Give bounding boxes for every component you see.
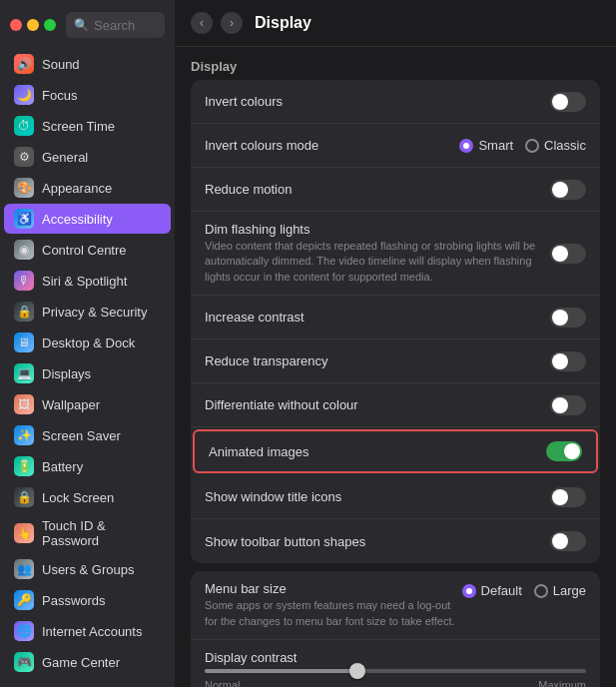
wallpaper-icon: 🖼 <box>14 394 34 414</box>
sidebar-item-privacy[interactable]: 🔒Privacy & Security <box>4 297 171 327</box>
menu-bar-size-label: Menu bar size <box>205 581 462 596</box>
privacy-icon: 🔒 <box>14 302 34 322</box>
lock-screen-icon: 🔒 <box>14 487 34 507</box>
sidebar-label-siri: Siri & Spotlight <box>42 274 127 289</box>
differentiate-toggle[interactable] <box>550 395 586 415</box>
dim-flashing-label: Dim flashing lights <box>205 222 550 237</box>
sound-icon: 🔊 <box>14 54 34 74</box>
minimize-button[interactable] <box>27 19 39 31</box>
sidebar-label-general: General <box>42 150 88 165</box>
dim-flashing-toggle[interactable] <box>550 244 586 264</box>
menu-bar-default[interactable]: Default <box>462 583 522 598</box>
search-box[interactable]: 🔍 <box>66 12 165 38</box>
back-button[interactable]: ‹ <box>191 12 213 34</box>
internet-icon: 🌐 <box>14 621 34 641</box>
sidebar-label-control-centre: Control Centre <box>42 243 127 258</box>
maximize-button[interactable] <box>44 19 56 31</box>
reduce-motion-toggle[interactable] <box>550 180 586 200</box>
increase-contrast-row: Increase contrast <box>191 296 600 340</box>
invert-colours-mode-label: Invert colours mode <box>205 138 459 153</box>
toolbar-button-shapes-row: Show toolbar button shapes <box>191 519 600 563</box>
general-icon: ⚙ <box>14 147 34 167</box>
search-input[interactable] <box>94 18 157 33</box>
sidebar-item-wallpaper[interactable]: 🖼Wallpaper <box>4 389 171 419</box>
toolbar-button-shapes-label: Show toolbar button shapes <box>205 534 550 549</box>
menu-default-radio[interactable] <box>462 584 476 598</box>
forward-button[interactable]: › <box>221 12 243 34</box>
sidebar-label-passwords: Passwords <box>42 593 106 608</box>
invert-colours-toggle[interactable] <box>550 92 586 112</box>
sidebar-item-internet[interactable]: 🌐Internet Accounts <box>4 616 171 646</box>
sidebar-item-control-centre[interactable]: ◉Control Centre <box>4 235 171 265</box>
sidebar-item-general[interactable]: ⚙General <box>4 142 171 172</box>
gamecenter-icon: 🎮 <box>14 652 34 672</box>
battery-icon: 🔋 <box>14 456 34 476</box>
sidebar-item-battery[interactable]: 🔋Battery <box>4 451 171 481</box>
menu-bar-size-sublabel: Some apps or system features may need a … <box>205 598 462 629</box>
sidebar-label-privacy: Privacy & Security <box>42 305 147 320</box>
window-title-icons-row: Show window title icons <box>191 475 600 519</box>
display-settings-group: Invert colours Invert colours mode Smart <box>191 80 600 563</box>
dim-flashing-sublabel: Video content that depicts repeated flas… <box>205 239 550 285</box>
sidebar-item-wallet[interactable]: 💳Wallet & Apple Pay <box>4 678 171 679</box>
sidebar-label-wallpaper: Wallpaper <box>42 397 100 412</box>
menu-bar-large[interactable]: Large <box>534 583 586 598</box>
search-icon: 🔍 <box>74 18 89 32</box>
menu-bar-size-options: Default Large <box>462 583 586 598</box>
sidebar-item-focus[interactable]: 🌙Focus <box>4 80 171 110</box>
invert-colours-row: Invert colours <box>191 80 600 124</box>
contrast-slider-thumb[interactable] <box>349 663 365 679</box>
invert-colours-label: Invert colours <box>205 94 550 109</box>
passwords-icon: 🔑 <box>14 590 34 610</box>
sidebar-items-list: 🔊Sound🌙Focus⏱Screen Time⚙General🎨Appeara… <box>0 48 175 679</box>
reduce-motion-label: Reduce motion <box>205 182 550 197</box>
animated-images-toggle[interactable] <box>546 441 582 461</box>
sidebar-item-displays[interactable]: 💻Displays <box>4 358 171 388</box>
main-content: Display Invert colours Invert colours mo… <box>175 47 616 687</box>
reduce-transparency-label: Reduce transparency <box>205 353 550 368</box>
smart-radio[interactable] <box>459 139 473 153</box>
reduce-transparency-toggle[interactable] <box>550 351 586 371</box>
section-label: Display <box>191 47 600 80</box>
dim-flashing-lights-row: Dim flashing lights Video content that d… <box>191 212 600 296</box>
toolbar-button-shapes-toggle[interactable] <box>550 531 586 551</box>
sidebar-header: 🔍 <box>0 0 175 48</box>
invert-mode-classic[interactable]: Classic <box>525 138 586 153</box>
screen-time-icon: ⏱ <box>14 116 34 136</box>
sidebar-label-screensaver: Screen Saver <box>42 428 121 443</box>
sidebar-item-passwords[interactable]: 🔑Passwords <box>4 585 171 615</box>
sidebar-item-siri[interactable]: 🎙Siri & Spotlight <box>4 266 171 296</box>
sidebar-item-desktop[interactable]: 🖥Desktop & Dock <box>4 328 171 357</box>
display-contrast-label: Display contrast <box>205 650 586 665</box>
window-title-icons-label: Show window title icons <box>205 489 550 504</box>
page-title: Display <box>255 14 311 32</box>
contrast-slider-track[interactable] <box>205 669 586 673</box>
menu-large-radio[interactable] <box>534 584 548 598</box>
classic-radio[interactable] <box>525 139 539 153</box>
display-contrast-row: Display contrast Normal Maximum <box>191 640 600 687</box>
sidebar-item-appearance[interactable]: 🎨Appearance <box>4 173 171 203</box>
menu-bar-size-group: Menu bar size Some apps or system featur… <box>191 571 600 687</box>
sidebar-item-lock-screen[interactable]: 🔒Lock Screen <box>4 482 171 512</box>
sidebar-item-users[interactable]: 👥Users & Groups <box>4 554 171 584</box>
invert-mode-radio-group: Smart Classic <box>459 138 586 153</box>
sidebar-item-accessibility[interactable]: ♿Accessibility <box>4 204 171 234</box>
invert-mode-smart[interactable]: Smart <box>459 138 513 153</box>
sidebar-label-appearance: Appearance <box>42 181 112 196</box>
invert-colours-mode-row: Invert colours mode Smart Classic <box>191 124 600 168</box>
siri-icon: 🎙 <box>14 271 34 291</box>
main-panel: ‹ › Display Display Invert colours Inver… <box>175 0 616 687</box>
sidebar-item-screensaver[interactable]: ✨Screen Saver <box>4 420 171 450</box>
differentiate-label: Differentiate without colour <box>205 397 550 412</box>
window-title-icons-toggle[interactable] <box>550 487 586 507</box>
appearance-icon: 🎨 <box>14 178 34 198</box>
sidebar-item-screen-time[interactable]: ⏱Screen Time <box>4 111 171 141</box>
differentiate-row: Differentiate without colour <box>191 383 600 427</box>
sidebar-label-touchid: Touch ID & Password <box>42 518 161 548</box>
close-button[interactable] <box>10 19 22 31</box>
sidebar-item-gamecenter[interactable]: 🎮Game Center <box>4 647 171 677</box>
sidebar-item-sound[interactable]: 🔊Sound <box>4 49 171 79</box>
sidebar-item-touchid[interactable]: 👆Touch ID & Password <box>4 513 171 553</box>
sidebar-label-users: Users & Groups <box>42 562 134 577</box>
increase-contrast-toggle[interactable] <box>550 308 586 328</box>
